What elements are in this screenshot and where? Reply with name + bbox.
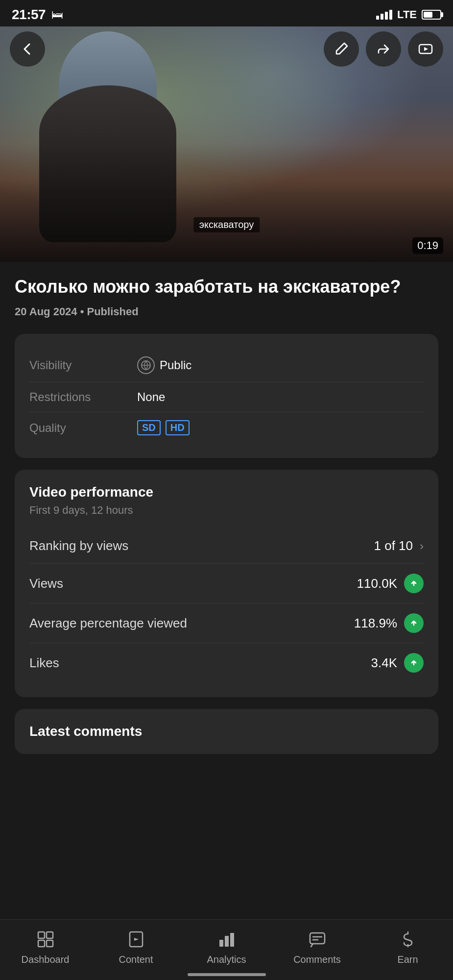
views-value: 110.0K <box>357 574 424 593</box>
comments-card: Latest comments <box>15 709 438 754</box>
restrictions-value: None <box>137 390 165 404</box>
svg-rect-5 <box>47 940 53 947</box>
quality-value: SD HD <box>137 420 190 435</box>
back-button[interactable] <box>10 31 45 67</box>
svg-rect-7 <box>219 940 223 947</box>
back-icon <box>20 41 35 57</box>
toolbar-right-buttons <box>324 31 443 67</box>
views-label: Views <box>29 576 63 591</box>
svg-rect-4 <box>38 940 45 947</box>
edit-icon <box>334 41 349 57</box>
comments-title: Latest comments <box>29 724 424 739</box>
quality-row: Quality SD HD <box>29 412 424 443</box>
globe-svg <box>140 359 152 371</box>
quality-label: Quality <box>29 421 137 435</box>
avg-percentage-row: Average percentage viewed 118.9% <box>29 603 424 643</box>
home-indicator <box>188 973 266 976</box>
views-row: Views 110.0K <box>29 564 424 603</box>
ranking-row[interactable]: Ranking by views 1 of 10 › <box>29 528 424 564</box>
video-toolbar <box>0 31 453 67</box>
status-bar: 21:57 🛏 LTE <box>0 0 453 26</box>
comments-label: Comments <box>293 954 341 965</box>
edit-button[interactable] <box>324 31 359 67</box>
svg-rect-9 <box>230 933 234 947</box>
views-number: 110.0K <box>357 576 397 591</box>
avg-trend-up-icon <box>404 613 424 633</box>
content-icon <box>125 929 147 950</box>
earn-icon <box>397 929 419 950</box>
likes-value: 3.4K <box>371 653 424 673</box>
info-card: Visibility Public Restrictions None Qual… <box>15 334 438 458</box>
video-title: Сколько можно заработать на экскаваторе? <box>15 276 438 298</box>
earn-label: Earn <box>397 954 418 965</box>
video-duration-badge: 0:19 <box>412 237 443 254</box>
avg-percentage-number: 118.9% <box>354 616 397 631</box>
bottom-spacer <box>15 766 438 844</box>
status-icons: LTE <box>376 8 441 21</box>
lte-label: LTE <box>397 8 417 21</box>
nav-dashboard[interactable]: Dashboard <box>16 929 75 965</box>
sleep-icon: 🛏 <box>51 8 63 22</box>
svg-rect-10 <box>310 933 325 944</box>
views-trend-up-icon <box>404 574 424 593</box>
restrictions-row: Restrictions None <box>29 382 424 412</box>
likes-trend-up-icon <box>404 653 424 673</box>
nav-analytics[interactable]: Analytics <box>197 929 256 965</box>
analytics-icon <box>216 929 238 950</box>
signal-bars <box>376 10 392 20</box>
ranking-number: 1 of 10 <box>374 538 413 553</box>
video-thumbnail[interactable]: экскаватору 0:19 <box>0 26 453 262</box>
content-label: Content <box>119 954 153 965</box>
video-caption-text: экскаватору <box>193 217 260 232</box>
performance-card: Video performance First 9 days, 12 hours… <box>15 470 438 697</box>
likes-label: Likes <box>29 655 59 671</box>
hd-badge: HD <box>166 420 190 435</box>
dashboard-label: Dashboard <box>22 954 70 965</box>
svg-rect-3 <box>47 932 53 938</box>
globe-icon <box>137 356 155 374</box>
youtube-button[interactable] <box>408 31 443 67</box>
visibility-label: Visibility <box>29 358 137 372</box>
avg-percentage-label: Average percentage viewed <box>29 616 187 631</box>
visibility-row: Visibility Public <box>29 349 424 382</box>
share-button[interactable] <box>366 31 401 67</box>
performance-title: Video performance <box>29 484 424 500</box>
video-meta: 20 Aug 2024 • Published <box>15 305 438 318</box>
nav-comments[interactable]: Comments <box>288 929 347 965</box>
sd-badge: SD <box>137 420 161 435</box>
analytics-label: Analytics <box>207 954 246 965</box>
bottom-nav: Dashboard Content Analytics <box>0 919 453 980</box>
chevron-right-icon: › <box>420 539 424 553</box>
visibility-value: Public <box>137 356 191 374</box>
youtube-icon <box>418 41 433 57</box>
svg-rect-2 <box>38 932 45 938</box>
ranking-label: Ranking by views <box>29 538 128 553</box>
status-time: 21:57 <box>12 7 46 23</box>
battery-icon <box>422 10 441 20</box>
content-area: Сколько можно заработать на экскаваторе?… <box>0 262 453 844</box>
dashboard-icon <box>35 929 56 950</box>
visibility-text: Public <box>160 358 191 372</box>
performance-subtitle: First 9 days, 12 hours <box>29 504 424 517</box>
share-icon <box>376 41 391 57</box>
ranking-value: 1 of 10 › <box>374 538 424 553</box>
nav-earn[interactable]: Earn <box>379 929 437 965</box>
nav-content[interactable]: Content <box>107 929 166 965</box>
avg-percentage-value: 118.9% <box>354 613 424 633</box>
likes-number: 3.4K <box>371 655 398 671</box>
restrictions-label: Restrictions <box>29 390 137 404</box>
likes-row: Likes 3.4K <box>29 643 424 682</box>
comments-icon <box>307 929 328 950</box>
svg-rect-8 <box>225 936 229 947</box>
